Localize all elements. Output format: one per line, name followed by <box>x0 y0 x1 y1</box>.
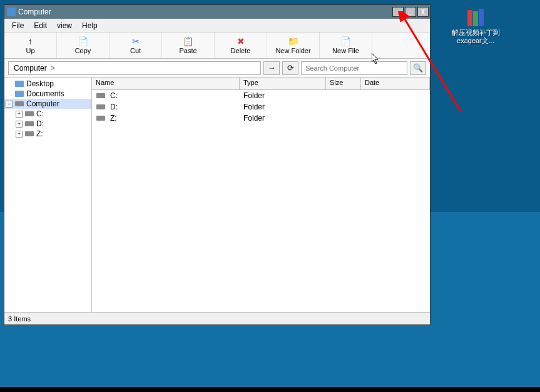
archive-icon <box>463 6 488 26</box>
list-row[interactable]: C: Folder <box>92 90 430 101</box>
shortcut-label: 解压视频补丁到exagear文... <box>451 29 501 45</box>
tree-label: Z: <box>36 129 43 138</box>
navbar: Computer > → ⟳ 🔍 <box>4 59 430 78</box>
tree-drive-z[interactable]: + Z: <box>4 129 91 139</box>
column-date[interactable]: Date <box>361 78 430 89</box>
menu-help[interactable]: Help <box>77 20 103 31</box>
close-button[interactable]: X <box>417 7 429 17</box>
file-list: Name Type Size Date C: Folder D: Folder … <box>92 78 430 312</box>
paste-icon: 📋 <box>183 36 193 46</box>
new-file-label: New File <box>332 47 359 54</box>
search-button[interactable]: 🔍 <box>410 61 426 75</box>
expand-toggle[interactable]: + <box>16 121 23 128</box>
list-row[interactable]: Z: Folder <box>92 113 430 124</box>
drive-icon <box>96 103 106 111</box>
breadcrumb-separator: > <box>49 64 56 73</box>
toolbar: ↑ Up 📄 Copy ✂ Cut 📋 Paste ✖ Delete 📁 New… <box>4 33 430 59</box>
menu-file[interactable]: File <box>7 20 29 31</box>
drive-icon <box>96 114 106 122</box>
tree-label: C: <box>36 109 44 118</box>
list-body[interactable]: C: Folder D: Folder Z: Folder <box>92 90 430 312</box>
collapse-toggle[interactable]: − <box>6 101 13 108</box>
statusbar: 3 Items <box>4 312 430 324</box>
tree-drive-d[interactable]: + D: <box>4 119 91 129</box>
column-size[interactable]: Size <box>326 78 361 89</box>
taskbar[interactable] <box>0 387 540 392</box>
new-file-button[interactable]: 📄 New File <box>320 33 372 58</box>
column-type[interactable]: Type <box>240 78 326 89</box>
folder-icon <box>14 80 24 88</box>
menu-view[interactable]: view <box>52 20 77 31</box>
titlebar[interactable]: Computer _ □ X <box>4 5 430 19</box>
row-type: Folder <box>240 113 326 123</box>
list-row[interactable]: D: Folder <box>92 101 430 113</box>
arrow-right-icon: → <box>268 63 276 73</box>
copy-label: Copy <box>75 47 91 54</box>
up-label: Up <box>26 47 34 54</box>
tree-desktop[interactable]: Desktop <box>4 79 91 89</box>
row-name: D: <box>110 103 118 111</box>
paste-button[interactable]: 📋 Paste <box>162 33 215 58</box>
cut-button[interactable]: ✂ Cut <box>110 33 162 58</box>
delete-label: Delete <box>231 47 251 54</box>
menubar: File Edit view Help <box>4 19 430 33</box>
row-type: Folder <box>240 102 326 112</box>
breadcrumb[interactable]: Computer > <box>8 61 261 75</box>
expand-toggle[interactable]: + <box>16 131 23 138</box>
drive-icon <box>24 110 34 118</box>
desktop-shortcut[interactable]: 解压视频补丁到exagear文... <box>451 6 501 45</box>
up-arrow-icon: ↑ <box>26 36 36 46</box>
tree-drive-c[interactable]: + C: <box>4 109 91 119</box>
drive-icon <box>96 92 106 99</box>
tree-documents[interactable]: Documents <box>4 89 91 99</box>
expand-toggle[interactable]: + <box>16 111 23 118</box>
go-button[interactable]: → <box>263 61 280 75</box>
new-folder-icon: 📁 <box>288 36 298 46</box>
up-button[interactable]: ↑ Up <box>4 33 57 58</box>
menu-edit[interactable]: Edit <box>29 20 52 31</box>
maximize-button[interactable]: □ <box>405 7 416 17</box>
row-name: C: <box>110 91 118 100</box>
drive-icon <box>24 120 34 128</box>
app-icon <box>7 8 16 16</box>
breadcrumb-item[interactable]: Computer <box>11 64 49 73</box>
sidebar-tree[interactable]: Desktop Documents − Computer + C: + D: <box>4 78 92 312</box>
drive-icon <box>24 130 34 138</box>
cut-label: Cut <box>130 47 141 54</box>
status-text: 3 Items <box>8 315 31 323</box>
search-input[interactable] <box>301 61 407 75</box>
folder-icon <box>14 90 24 98</box>
delete-icon: ✖ <box>236 36 246 46</box>
column-name[interactable]: Name <box>92 78 240 89</box>
tree-label: Documents <box>26 89 64 98</box>
refresh-icon: ⟳ <box>287 63 294 73</box>
content-area: Desktop Documents − Computer + C: + D: <box>4 78 430 312</box>
row-name: Z: <box>110 114 117 123</box>
copy-icon: 📄 <box>78 36 88 46</box>
tree-computer[interactable]: − Computer <box>4 99 91 109</box>
new-file-icon: 📄 <box>341 36 351 46</box>
tree-label: Desktop <box>26 79 54 88</box>
tree-label: Computer <box>26 99 59 108</box>
computer-icon <box>14 100 24 108</box>
minimize-button[interactable]: _ <box>392 7 404 17</box>
list-header: Name Type Size Date <box>92 78 430 90</box>
copy-button[interactable]: 📄 Copy <box>57 33 110 58</box>
row-type: Folder <box>240 91 326 101</box>
refresh-button[interactable]: ⟳ <box>282 61 298 75</box>
new-folder-label: New Folder <box>275 47 310 54</box>
cut-icon: ✂ <box>131 36 141 46</box>
paste-label: Paste <box>179 47 196 54</box>
window-title: Computer <box>18 8 392 16</box>
tree-label: D: <box>36 119 44 128</box>
delete-button[interactable]: ✖ Delete <box>215 33 267 58</box>
new-folder-button[interactable]: 📁 New Folder <box>267 33 320 58</box>
search-icon: 🔍 <box>413 63 423 73</box>
file-manager-window: Computer _ □ X File Edit view Help ↑ Up … <box>4 4 430 325</box>
